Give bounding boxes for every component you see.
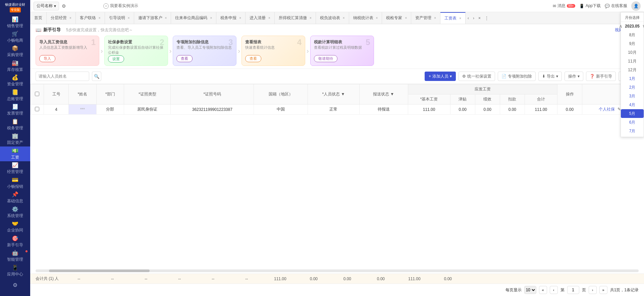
- tab-next-nav[interactable]: ›: [471, 16, 476, 20]
- search-input[interactable]: [36, 72, 89, 81]
- tab-prev-nav[interactable]: ‹: [466, 16, 471, 20]
- sidebar-item-purchase[interactable]: 📦 采购管理: [0, 44, 30, 59]
- personal-insurance-link[interactable]: 个人社保: [599, 107, 615, 112]
- tab-product-code[interactable]: 往来单位商品编码 ×: [171, 12, 216, 24]
- close-tab-burden-icon[interactable]: ×: [343, 16, 345, 20]
- tab-clearance[interactable]: 进入清册 ×: [246, 12, 275, 24]
- close-tab-stats-icon[interactable]: ×: [376, 16, 378, 20]
- prev-page-btn[interactable]: ‹: [550, 286, 558, 294]
- uniform-settings-button[interactable]: ⚙ 统一社保设置: [459, 72, 495, 81]
- month-prev-icon[interactable]: ∧: [618, 23, 624, 29]
- step-3-btn[interactable]: 查看: [176, 55, 193, 62]
- tab-invite[interactable]: 邀请下游客户 ×: [134, 12, 171, 24]
- month-item-9[interactable]: 9月: [621, 39, 644, 48]
- tab-tax-return[interactable]: 税务申报 ×: [216, 12, 246, 24]
- salary-table: 工号 *姓名 *部门 *证照类型 *证照号码 国籍（地区） *人员状态 ▼ 报送…: [30, 84, 644, 115]
- company-selector[interactable]: 公司名称 ▾: [34, 2, 59, 10]
- month-item-1[interactable]: 1月: [621, 74, 644, 83]
- add-staff-button[interactable]: + 添加人员 ▾: [425, 72, 456, 81]
- last-page-btn[interactable]: »: [599, 286, 607, 294]
- month-item-11[interactable]: 11月: [621, 57, 644, 66]
- tab-salary-table[interactable]: 工资表 ×: [440, 12, 466, 24]
- close-tab-salary-icon[interactable]: ×: [459, 16, 461, 20]
- close-tab-invite-icon[interactable]: ×: [165, 16, 167, 20]
- step-2-btn[interactable]: 设置: [108, 55, 124, 62]
- tab-more-nav[interactable]: ⋮: [483, 16, 491, 20]
- close-tab-clearance-icon[interactable]: ×: [268, 16, 270, 20]
- month-item-7[interactable]: 7月: [621, 127, 644, 135]
- month-item-10[interactable]: 10月: [621, 48, 644, 57]
- row-select-checkbox[interactable]: [35, 107, 39, 111]
- tab-home[interactable]: 首页: [30, 12, 47, 24]
- sidebar-item-ecommerce[interactable]: 🛒 小畅电商: [0, 30, 30, 44]
- sidebar-item-basic-info[interactable]: 📌 基础信息: [0, 191, 30, 205]
- sidebar-item-sales[interactable]: 📊 销售管理: [0, 15, 30, 30]
- sidebar-item-finance[interactable]: 💰 资金管理: [0, 74, 30, 88]
- sidebar-item-operations[interactable]: 📈 经营管理: [0, 161, 30, 176]
- send-filter-icon[interactable]: ▼: [390, 92, 394, 96]
- tab-tax-stats[interactable]: 纳税统计表 ×: [349, 12, 382, 24]
- special-deduction-button[interactable]: 📄 专项附加扣除: [498, 72, 536, 81]
- close-tab-asset-icon[interactable]: ×: [434, 16, 436, 20]
- close-tab-guide-icon[interactable]: ×: [128, 16, 130, 20]
- next-page-btn[interactable]: ›: [589, 286, 597, 294]
- month-item-3[interactable]: 3月: [621, 92, 644, 100]
- sidebar-item-tax[interactable]: 📋 税务管理: [0, 117, 30, 132]
- month-item-8[interactable]: 8月: [621, 31, 644, 39]
- scroll-thumb[interactable]: [49, 269, 150, 272]
- close-tab-expert-icon[interactable]: ×: [405, 16, 407, 20]
- month-item-12[interactable]: 12月: [621, 66, 644, 74]
- tab-layered[interactable]: 分层经营 ×: [47, 12, 76, 24]
- tab-customer[interactable]: 客户联络 ×: [76, 12, 105, 24]
- status-filter-icon[interactable]: ▼: [341, 92, 345, 96]
- online-service-btn[interactable]: 💬 在线客服: [605, 3, 627, 9]
- close-tab-layered-icon[interactable]: ×: [69, 16, 71, 20]
- sidebar-item-collab[interactable]: 🤝 企业协同: [0, 220, 30, 234]
- salary-table-wrap: 工号 *姓名 *部门 *证照类型 *证照号码 国籍（地区） *人员状态 ▼ 报送…: [30, 84, 644, 268]
- step-1-btn[interactable]: 导入: [39, 55, 55, 62]
- sidebar-item-guide[interactable]: 🎯 新手引导: [0, 234, 30, 249]
- tab-asset-mgmt[interactable]: 资产管理 ×: [411, 12, 440, 24]
- tab-close-all[interactable]: ×: [476, 16, 483, 20]
- demo-link[interactable]: ○ 我要看实例演示: [103, 3, 138, 9]
- step-4-btn[interactable]: 查看: [245, 55, 261, 62]
- step-5-btn[interactable]: 敬请期待: [314, 55, 337, 62]
- per-page-select[interactable]: 10 20 50: [524, 286, 536, 294]
- sidebar-item-expense[interactable]: 💳 小畅报销: [0, 176, 30, 190]
- guide-button[interactable]: ❓ 新手引导: [586, 72, 616, 81]
- message-btn[interactable]: ✉ 消息 99+: [553, 3, 575, 9]
- month-item-5[interactable]: 5月: [621, 109, 644, 118]
- sidebar-item-ai[interactable]: 🤖 智能管理: [0, 249, 30, 263]
- operation-button[interactable]: 操作 ▾: [565, 72, 583, 81]
- search-button[interactable]: 🔍: [92, 72, 101, 81]
- sidebar-settings[interactable]: ⚙: [0, 278, 30, 293]
- month-item-6[interactable]: 6月: [621, 118, 644, 127]
- user-avatar[interactable]: 👤: [631, 1, 641, 11]
- month-next-icon[interactable]: ∨: [641, 23, 644, 29]
- close-tab-customer-icon[interactable]: ×: [99, 16, 101, 20]
- sidebar-item-system[interactable]: ⚙️ 系统管理: [0, 205, 30, 219]
- sidebar-item-invoice[interactable]: 🧾 发票管理: [0, 103, 30, 117]
- settings-gear-icon[interactable]: ⚙: [62, 3, 66, 9]
- sidebar-item-inventory[interactable]: 🏭 库存核算: [0, 59, 30, 73]
- close-tab-product-icon[interactable]: ×: [210, 16, 212, 20]
- app-download-btn[interactable]: 📱 App下载: [579, 3, 601, 9]
- tab-income-tax[interactable]: 所得税汇算清缴 ×: [275, 12, 316, 24]
- sidebar-item-salary[interactable]: 💵 工资: [0, 146, 30, 161]
- ledger-icon: 📒: [12, 89, 18, 95]
- page-input[interactable]: [567, 286, 579, 294]
- sidebar-item-app-center[interactable]: 📱 应用中心: [0, 263, 30, 278]
- export-button[interactable]: ⬇ 导出 ▾: [538, 72, 562, 81]
- sidebar-item-ledger[interactable]: 📒 总账管理: [0, 88, 30, 102]
- tab-tax-expert[interactable]: 税检专家 ×: [382, 12, 411, 24]
- close-tab-tax-icon[interactable]: ×: [239, 16, 241, 20]
- month-item-2[interactable]: 2月: [621, 83, 644, 92]
- month-item-4[interactable]: 4月: [621, 100, 644, 109]
- tab-guide-desc[interactable]: 引导说明 ×: [105, 12, 134, 24]
- sidebar-item-assets[interactable]: 🏢 固定资产: [0, 132, 30, 146]
- horizontal-scrollbar[interactable]: [36, 269, 639, 272]
- close-tab-income-icon[interactable]: ×: [310, 16, 312, 20]
- select-all-checkbox[interactable]: [35, 92, 39, 96]
- tab-tax-burden[interactable]: 税负波动表 ×: [316, 12, 349, 24]
- first-page-btn[interactable]: «: [539, 286, 547, 294]
